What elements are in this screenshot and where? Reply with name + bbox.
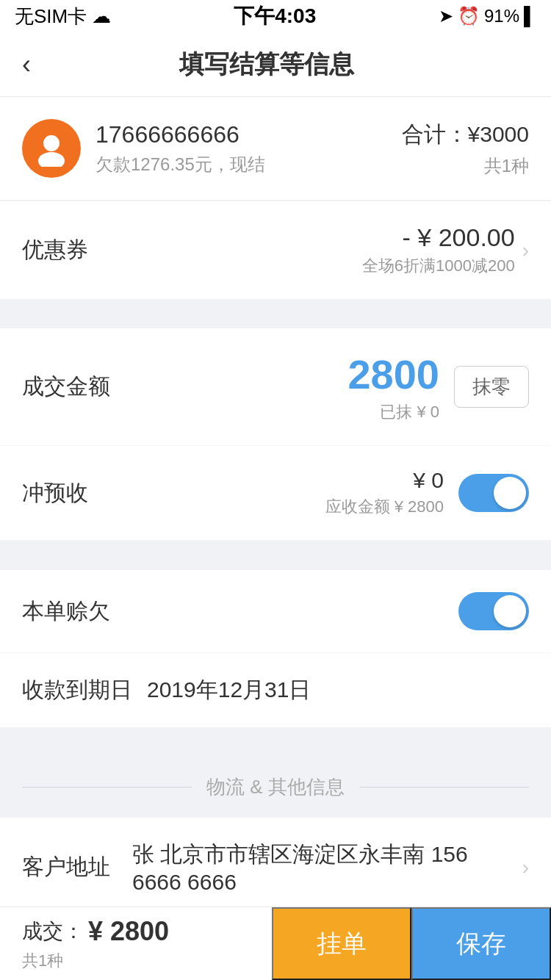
user-total: 合计：¥3000 [402,120,529,150]
footer: 成交： ¥ 2800 共1种 挂单 保存 [0,907,551,980]
svg-point-1 [38,152,65,167]
battery-icon: ▌ [524,6,536,26]
deal-amount-card: 成交金额 2800 已抹 ¥ 0 抹零 冲预收 ¥ 0 应收金额 ¥ 2800 [0,328,551,541]
coupon-right: - ¥ 200.00 全场6折满1000减200 [362,223,515,277]
back-button[interactable]: ‹ [22,49,31,80]
overdue-card: 本单赊欠 收款到期日 2019年12月31日 [0,570,551,727]
section-divider-1 [0,314,551,328]
prepay-amount: ¥ 0 [413,468,444,493]
prepay-toggle[interactable] [458,474,529,512]
prepay-sub: 应收金额 ¥ 2800 [325,496,444,518]
due-date-label: 收款到期日 [22,675,132,705]
section-divider-2 [0,555,551,570]
user-right: 合计：¥3000 共1种 [402,120,529,178]
location-icon: ➤ [439,6,453,26]
user-count: 共1种 [402,154,529,178]
due-date-value: 2019年12月31日 [147,675,311,705]
prepay-right: ¥ 0 应收金额 ¥ 2800 [325,468,444,518]
footer-deal: 成交： ¥ 2800 [22,916,250,947]
status-right: ➤ ⏰ 91% ▌ [439,6,536,26]
save-button[interactable]: 保存 [411,907,551,980]
footer-deal-label: 成交： [22,918,84,945]
user-debt: 欠款1276.35元，现结 [96,153,265,176]
deal-amount-value: 2800 [347,350,439,398]
overdue-label: 本单赊欠 [22,597,110,627]
deal-amount-row: 成交金额 2800 已抹 ¥ 0 抹零 [0,328,551,446]
logistics-section: 物流 & 其他信息 [0,757,551,818]
deal-amount-label: 成交金额 [22,372,110,402]
coupon-row[interactable]: 优惠券 - ¥ 200.00 全场6折满1000减200 › [0,201,551,299]
coupon-label: 优惠券 [22,235,88,265]
due-date-row: 收款到期日 2019年12月31日 [0,652,551,727]
overdue-toggle[interactable] [458,592,529,630]
footer-deal-amount: ¥ 2800 [88,916,169,947]
deal-amount-values: 2800 已抹 ¥ 0 [347,350,439,423]
logistics-line-left [22,787,192,788]
hold-button[interactable]: 挂单 [272,907,411,980]
coupon-amount: - ¥ 200.00 [403,223,515,252]
round-zero-button[interactable]: 抹零 [454,366,529,408]
battery-text: 91% [484,6,519,26]
coupon-arrow-icon: › [522,239,529,262]
page-title: 填写结算等信息 [46,48,488,82]
status-bar: 无SIM卡 ☁ 下午4:03 ➤ ⏰ 91% ▌ [0,0,551,32]
prepay-toggle-knob [494,477,526,509]
address-value: 张 北京市市辖区海淀区永丰南 156 6666 6666 [132,840,522,895]
overdue-row: 本单赊欠 [0,570,551,652]
svg-point-0 [43,135,60,151]
user-info: 17666666666 欠款1276.35元，现结 [96,121,265,176]
footer-info: 成交： ¥ 2800 共1种 [0,907,272,980]
address-arrow-icon: › [522,856,529,879]
address-row[interactable]: 客户地址 张 北京市市辖区海淀区永丰南 156 6666 6666 › [0,818,551,917]
signal-text: 无SIM卡 ☁ [15,4,111,29]
section-divider-3 [0,742,551,757]
deal-amount-right: 2800 已抹 ¥ 0 抹零 [347,350,529,423]
logistics-text: 物流 & 其他信息 [192,774,359,800]
nav-bar: ‹ 填写结算等信息 [0,32,551,97]
user-left: 17666666666 欠款1276.35元，现结 [22,119,265,178]
coupon-desc: 全场6折满1000减200 [362,255,515,277]
user-phone: 17666666666 [96,121,265,148]
footer-count: 共1种 [22,950,250,972]
alarm-icon: ⏰ [458,6,480,26]
user-card: 17666666666 欠款1276.35元，现结 合计：¥3000 共1种 优… [0,97,551,299]
prepay-label: 冲预收 [22,478,88,508]
avatar [22,119,81,178]
logistics-line-right [359,787,529,788]
overdue-toggle-knob [494,595,526,627]
address-label: 客户地址 [22,852,110,882]
prepay-row: 冲预收 ¥ 0 应收金额 ¥ 2800 [0,446,551,541]
status-time: 下午4:03 [234,2,316,30]
deal-amount-sub: 已抹 ¥ 0 [380,401,439,423]
status-left: 无SIM卡 ☁ [15,4,111,29]
